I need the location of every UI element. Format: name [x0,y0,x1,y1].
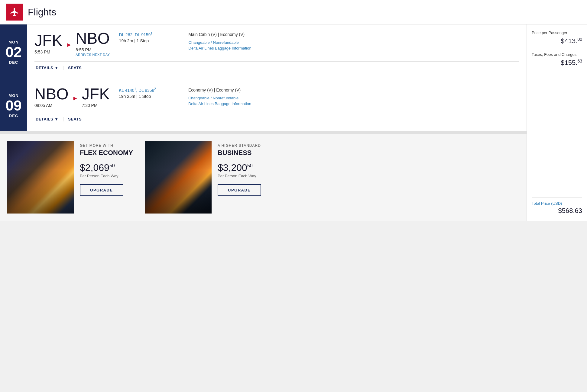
taxes-fees-value: $155.63 [532,59,582,67]
total-price: Total Price (USD) $568.63 [532,197,582,215]
cabin-col-2: Economy (V) | Economy (V) Changeable / N… [188,86,255,107]
flight-row-1: MON 02 DEC JFK 5:53 PM ► [0,24,527,80]
business-title: BUSINESS [218,149,261,157]
flights-container: MON 02 DEC JFK 5:53 PM ► [0,24,527,221]
chevron-down-icon-1: ▼ [54,66,58,70]
route-airports-2: NBO 08:05 AM ► JFK 7:30 PM [34,86,110,108]
flight-month-2: DEC [9,114,18,118]
seats-button-1[interactable]: SEATS [68,66,82,70]
business-image [145,141,212,214]
baggage-link-2[interactable]: Delta Air Lines Baggage Information [188,101,255,106]
flex-economy-title: FLEX ECONOMY [80,149,133,157]
details-button-1[interactable]: DETAILS ▼ [34,66,60,70]
total-price-label: Total Price (USD) [532,201,582,206]
flight-duration-1: 19h 2m | 1 Stop [119,38,180,43]
flex-economy-content: GET MORE WITH FLEX ECONOMY $2,06950 Per … [80,141,133,196]
origin-code-1: JFK [34,33,62,48]
details-sep-2: | [63,117,65,121]
flex-economy-image [7,141,74,214]
taxes-fees: Taxes, Fees and Charges $155.63 [532,52,582,67]
flight-month-1: DEC [9,60,18,65]
flight-day-2: MON [8,93,18,98]
footnote-2b: 2 [154,87,156,91]
flight-details-col-2: KL 41401, DL 93582 19h 25m | 1 Stop [119,86,179,99]
flight-daynum-1: 02 [5,45,21,59]
header-icon-bg [6,4,23,21]
price-per-passenger-value: $413.00 [532,37,582,45]
upgrade-section: GET MORE WITH FLEX ECONOMY $2,06950 Per … [0,131,527,221]
flight-daynum-2: 09 [5,98,21,113]
flex-economy-price: $2,06950 [80,163,133,172]
flight-main-info-2: NBO 08:05 AM ► JFK 7:30 PM [34,86,519,108]
flight-info-col-2: NBO 08:05 AM ► JFK 7:30 PM [27,80,527,131]
page-header: Flights [0,0,587,24]
arrive-time-2: 7:30 PM [82,103,109,108]
seats-button-2[interactable]: SEATS [68,117,82,121]
price-per-passenger-label: Price per Passenger [532,31,582,36]
flight-numbers-1: DL 262, DL 91591 [119,32,180,37]
flex-economy-tag: GET MORE WITH [80,143,133,148]
flight-date-col-1: MON 02 DEC [0,24,27,80]
business-content: A HIGHER STANDARD BUSINESS $3,20050 Per … [218,141,261,196]
baggage-link-1[interactable]: Delta Air Lines Baggage Information [189,46,255,50]
origin-block-2: NBO 08:05 AM [34,86,69,108]
business-price: $3,20050 [218,163,261,172]
dest-code-1: NBO [76,31,110,46]
arrives-next-day-1: ARRIVES NEXT DAY [76,53,110,56]
dest-block-2: JFK 7:30 PM [82,86,109,108]
arrive-time-1: 8:55 PM [76,47,110,52]
flight-main-info-1: JFK 5:53 PM ► NBO 8:55 PM ARRIVES NEXT D… [34,31,519,56]
details-button-2[interactable]: DETAILS ▼ [34,117,60,121]
flex-economy-upgrade-button[interactable]: UPGRADE [80,184,123,196]
depart-time-1: 5:53 PM [34,50,62,54]
cabin-class-2: Economy (V) | Economy (V) [188,87,255,93]
flight-day-1: MON [8,40,18,44]
chevron-down-icon-2: ▼ [54,117,58,121]
page-title: Flights [28,7,56,18]
changeable-link-1[interactable]: Changeable / Nonrefundable [189,40,255,45]
business-cents: 50 [247,163,253,168]
dest-block-1: NBO 8:55 PM ARRIVES NEXT DAY [76,31,110,56]
dest-code-2: JFK [82,86,109,102]
flight-info-col-1: JFK 5:53 PM ► NBO 8:55 PM ARRIVES NEXT D… [27,24,527,80]
details-sep-1: | [63,65,65,70]
details-bar-1: DETAILS ▼ | SEATS [34,61,519,74]
airplane-icon [10,7,19,17]
route-arrow-2: ► [72,95,78,102]
origin-block-1: JFK 5:53 PM [34,33,62,54]
changeable-link-2[interactable]: Changeable / Nonrefundable [188,96,255,100]
upgrade-card-flex: GET MORE WITH FLEX ECONOMY $2,06950 Per … [7,141,133,214]
taxes-fees-label: Taxes, Fees and Charges [532,52,582,57]
business-per-person: Per Person Each Way [218,174,261,178]
flight-numbers-2: KL 41401, DL 93582 [119,87,179,93]
route-airports-1: JFK 5:53 PM ► NBO 8:55 PM ARRIVES NEXT D… [34,31,110,56]
origin-code-2: NBO [34,86,69,102]
main-content: MON 02 DEC JFK 5:53 PM ► [0,24,587,221]
flight-details-col-1: DL 262, DL 91591 19h 2m | 1 Stop [119,31,180,43]
flex-economy-per-person: Per Person Each Way [80,174,133,178]
depart-time-2: 08:05 AM [34,103,69,108]
footnote-1: 1 [151,32,152,35]
business-upgrade-button[interactable]: UPGRADE [218,184,261,196]
price-per-passenger: Price per Passenger $413.00 [532,31,582,45]
upgrade-card-business: A HIGHER STANDARD BUSINESS $3,20050 Per … [145,141,261,214]
flight-row-2: MON 09 DEC NBO 08:05 AM [0,80,527,131]
price-sidebar: Price per Passenger $413.00 Taxes, Fees … [527,24,587,221]
flex-economy-cents: 50 [109,163,115,168]
details-bar-2: DETAILS ▼ | SEATS [34,113,519,125]
business-tag: A HIGHER STANDARD [218,143,261,148]
flight-date-col-2: MON 09 DEC [0,80,27,131]
cabin-col-1: Main Cabin (V) | Economy (V) Changeable … [189,31,255,52]
route-section-1: JFK 5:53 PM ► NBO 8:55 PM ARRIVES NEXT D… [34,31,110,56]
cabin-class-1: Main Cabin (V) | Economy (V) [189,32,255,38]
route-arrow-1: ► [66,41,72,48]
flight-duration-2: 19h 25m | 1 Stop [119,94,179,99]
route-section-2: NBO 08:05 AM ► JFK 7:30 PM [34,86,110,108]
total-price-value: $568.63 [532,207,582,215]
